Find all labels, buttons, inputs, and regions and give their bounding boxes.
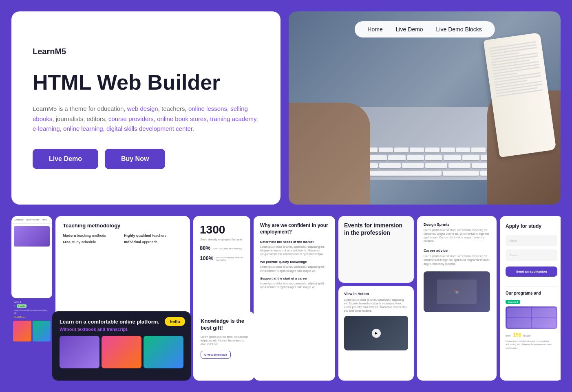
programs-cell-2 [532, 308, 557, 317]
platform-img-2 [102, 336, 141, 368]
apply-for-study-card: Apply for study Name Phone Send an appli… [500, 216, 561, 381]
read-more-link[interactable]: Read More » [14, 316, 50, 318]
price-block: from 15$ lesson [506, 331, 557, 338]
price-unit: lesson [523, 334, 531, 337]
why-item-1-desc: Lorem ipsum dolor sit amet, consectetur … [260, 245, 329, 256]
hero-left-panel: LearnM5 HTML Web Builder LearnM5 is a th… [11, 11, 280, 205]
why-confident-item-1: Determine the needs of the market Lorem … [260, 240, 329, 256]
arm-left-visual [289, 103, 370, 205]
help-tab[interactable]: Help [42, 218, 47, 221]
top-section: LearnM5 HTML Web Builder LearnM5 is a th… [0, 0, 572, 216]
stat-2: 100% join the company after an internshi… [200, 255, 244, 261]
design-sprints-desc: Lorem ipsum dolor sit amet, consectetur … [424, 228, 490, 243]
grid-item-4: Individual approach [124, 240, 183, 244]
why-item-2-desc: Lorem ipsum dolor sit amet, consectetur … [260, 265, 329, 272]
edit-icon: ✎ [14, 305, 15, 307]
programs-cell-1 [507, 308, 531, 317]
why-confident-card: Why are we confident in your employment?… [254, 216, 335, 381]
hello-badge: hello [165, 317, 185, 326]
contacts-tab[interactable]: Contacts [14, 218, 24, 221]
programs-cell-3 [507, 318, 531, 328]
apply-name-field[interactable]: Name [506, 235, 557, 246]
programs-desc: Lorem ipsum dolor sit amet, consectetur … [506, 339, 557, 350]
bottom-strip: Contacts Testimonials Help ... Level 3 ✎… [0, 216, 572, 392]
platform-img-3 [144, 336, 183, 368]
why-item-3-title: Support at the start of a career [260, 277, 329, 280]
price-from-label: from [506, 334, 511, 337]
weeks-badge: 8 weeks [17, 304, 27, 308]
study-visual: 📚 [437, 280, 477, 304]
why-item-1-title: Determine the needs of the market [260, 240, 329, 244]
career-advice-section: Career advice Lorem ipsum dolor sit amet… [424, 249, 490, 265]
price-amount: 15$ [513, 332, 521, 338]
why-confident-title: Why are we confident in your employment? [260, 222, 329, 235]
apply-submit-button[interactable]: Send an application [506, 266, 557, 277]
learn-platform-card: Learn on a comfortable online platform. … [52, 311, 191, 381]
programs-badge: Standard [506, 300, 520, 304]
hero-title: HTML Web Builder [33, 71, 259, 94]
nav-live-demo[interactable]: Live Demo [396, 26, 423, 33]
career-advice-desc: Lorem ipsum dolor sit amet, consectetur … [424, 254, 490, 265]
stats-number: 1300 [200, 223, 244, 236]
level-label: Level 3 [14, 301, 50, 303]
view-in-action-card: View in Action Lorem ipsum dolor sit ame… [338, 286, 414, 381]
preview-cards-row: Contacts Testimonials Help ... Level 3 ✎… [11, 216, 561, 381]
learn-platform-subtitle: Without textbook and transcript. [60, 327, 183, 332]
live-demo-button[interactable]: Live Demo [33, 149, 98, 169]
grid-item-2: Highly qualified teachers [124, 233, 183, 238]
level-desc: Lorem ipsum dolor amet consectetur elit. [14, 309, 50, 314]
app-preview-card: Contacts Testimonials Help ... Level 3 ✎… [11, 216, 52, 381]
view-in-action-desc: Lorem ipsum dolor sit amet, consectetur … [344, 298, 408, 313]
grid-item-1: Modern teaching methods [63, 233, 121, 238]
grid-item-3: Free study schedule [63, 240, 121, 244]
events-title: Events for immersion in the profession [344, 222, 408, 236]
buy-now-button[interactable]: Buy Now [105, 149, 165, 169]
programs-preview [506, 306, 557, 329]
hero-buttons: Live Demo Buy Now [33, 149, 259, 169]
play-button-icon[interactable]: ▶ [372, 329, 381, 338]
apply-phone-field[interactable]: Phone [506, 249, 557, 261]
knowledge-title: Knowledge is the best gift! [201, 318, 248, 332]
why-item-3-desc: Lorem ipsum dolor sit amet, consectetur … [260, 282, 329, 289]
career-advice-title: Career advice [424, 249, 490, 253]
hero-right-panel: Home Live Demo Live Demo Blocks [289, 11, 561, 205]
stats-label: Users already employed this year [200, 238, 244, 241]
design-sprints-card: Design Sprints Lorem ipsum dolor sit ame… [417, 216, 497, 381]
hero-background-image: Home Live Demo Live Demo Blocks [289, 11, 561, 205]
testimonials-tab[interactable]: Testimonials [26, 218, 40, 221]
view-in-action-image: ▶ [344, 316, 408, 350]
hero-description: LearnM5 is a theme for education, web de… [33, 104, 259, 134]
give-certificate-button[interactable]: Give a certificate [201, 351, 231, 359]
design-sprints-section: Design Sprints Lorem ipsum dolor sit ame… [424, 222, 490, 243]
why-item-2-title: We provide quality knowledge [260, 260, 329, 264]
design-sprints-title: Design Sprints [424, 222, 490, 227]
platform-images [60, 336, 183, 368]
stat-1: 88% learn find jobs after training [200, 245, 244, 251]
teaching-methodology-title: Teaching methodology [63, 222, 183, 229]
knowledge-card: Knowledge is the best gift! Lorem ipsum … [194, 311, 254, 381]
apply-phone-placeholder: Phone [510, 254, 518, 257]
nav-live-demo-blocks[interactable]: Live Demo Blocks [436, 26, 482, 33]
events-column: Events for immersion in the profession V… [338, 216, 414, 381]
programs-section: Our programs and Standard from 15$ lesso… [506, 286, 557, 350]
stat-2-desc: join the company after an internship [216, 256, 244, 261]
knowledge-desc: Lorem ipsum dolor sit amet, consectetur … [201, 335, 248, 346]
top-navigation: Home Live Demo Live Demo Blocks [354, 21, 495, 37]
programs-title: Our programs and [506, 291, 557, 295]
teaching-methodology-content: Teaching methodology Modern teaching met… [55, 216, 190, 315]
teaching-grid: Modern teaching methods Highly qualified… [63, 233, 183, 244]
stat-1-desc: learn find jobs after training [213, 247, 244, 250]
why-confident-item-2: We provide quality knowledge Lorem ipsum… [260, 260, 329, 272]
apply-title: Apply for study [506, 223, 557, 229]
view-in-action-title: View in Action [344, 292, 408, 296]
platform-img-1 [60, 336, 99, 368]
events-card: Events for immersion in the profession [338, 216, 414, 283]
stat-1-pct: 88% [200, 245, 210, 251]
study-image: 📚 [424, 271, 490, 312]
programs-cell-4 [532, 318, 557, 328]
stat-2-pct: 100% [200, 255, 213, 261]
apply-name-placeholder: Name [510, 239, 517, 242]
nav-home[interactable]: Home [367, 26, 382, 33]
why-confident-item-3: Support at the start of a career Lorem i… [260, 277, 329, 289]
more-tab[interactable]: ... [49, 218, 51, 221]
